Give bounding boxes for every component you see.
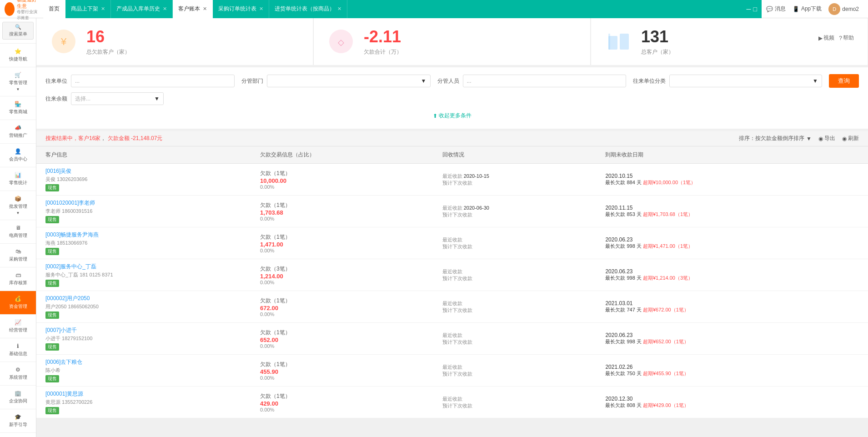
sidebar-item-batch-mgmt[interactable]: 📦 批发管理 ▼ — [0, 191, 36, 220]
customer-sub-info: 服务中心_丁磊 181 0125 8371 — [45, 271, 242, 278]
overdue-amount-link[interactable]: 超期¥429.00（1笔） — [643, 402, 689, 408]
table-body: [0016]吴俊 吴俊 13026203696 现售 欠款（1笔） 10,000… — [36, 164, 868, 418]
query-button[interactable]: 查询 — [829, 74, 859, 88]
customer-name-link[interactable]: [000002]用户2050 — [45, 295, 242, 302]
tab-product-off[interactable]: 商品上下架 ✕ — [65, 0, 111, 18]
tab-purchase-order[interactable]: 采购订单统计表 ✕ — [213, 0, 269, 18]
dept-dropdown[interactable]: ▼ — [267, 75, 431, 87]
customer-name-link[interactable]: [0003]畅捷服务尹海燕 — [45, 231, 242, 239]
stat-icon-debt-amount: ◇ — [327, 28, 355, 55]
sidebar-item-retail-store[interactable]: 🏪 零售商城 — [0, 96, 36, 120]
sidebar-item-system[interactable]: ⚙ 系统管理 — [0, 362, 36, 386]
col-debt-info: 欠款交易信息（占比） — [251, 146, 433, 164]
sort-selector[interactable]: 排序：按欠款金额倒序排序 ▼ — [739, 135, 812, 142]
stat-value-total: 131 — [641, 27, 674, 46]
overdue-amount-link[interactable]: 超期¥652.00（1笔） — [643, 339, 689, 344]
debt-ratio: 0.00% — [260, 407, 424, 412]
customer-name-link[interactable]: [000001]黄思源 — [45, 390, 242, 398]
debt-ratio: 0.00% — [260, 311, 424, 317]
close-icon[interactable]: ✕ — [203, 6, 207, 12]
minimize-icon[interactable]: ─ — [747, 5, 751, 13]
tab-incoming-stats[interactable]: 进货单统计表（按商品） ✕ — [269, 0, 347, 18]
overdue-date: 2020.12.30 — [605, 396, 859, 402]
unit-category-label: 往来单位分类 — [633, 77, 666, 85]
enterprise-icon: 🏢 — [15, 390, 21, 397]
view-btn[interactable]: ▶ 视频 — [818, 34, 834, 42]
overdue-days: 最长欠款 808 天 超期¥429.00（1笔） — [605, 402, 859, 409]
table-row[interactable]: [0003]畅捷服务尹海燕 海燕 18513066976 现售 欠款（1笔） 1… — [36, 227, 868, 259]
customer-name-link[interactable]: [0016]吴俊 — [45, 167, 242, 175]
collapse-btn[interactable]: ⬆ 收起更多条件 — [433, 112, 472, 120]
stat-label-debt-amount: 欠款合计（万） — [364, 48, 402, 56]
export-btn[interactable]: ◉ 导出 — [818, 135, 835, 142]
sidebar-item-member[interactable]: 👤 会员中心 — [0, 144, 36, 167]
overdue-amount-link[interactable]: 超期¥1,703.68（1笔） — [643, 211, 693, 217]
unit-category-dropdown[interactable]: ▼ — [669, 75, 822, 87]
sidebar-item-purchase[interactable]: 🛍 采购管理 — [0, 244, 36, 267]
refresh-btn[interactable]: ◉ 刷新 — [842, 135, 859, 142]
cell-debt-info: 欠款（1笔） 455.90 0.00% — [251, 355, 433, 387]
overdue-amount-link[interactable]: 超期¥1,214.00（3笔） — [643, 275, 693, 281]
customer-tag: 现售 — [45, 184, 59, 191]
sidebar-item-business[interactable]: 📈 经营管理 — [0, 315, 36, 338]
help-btn[interactable]: ? 帮助 — [839, 34, 854, 42]
table-row[interactable]: [000002]用户2050 用户2050 18665062050 现售 欠款（… — [36, 291, 868, 323]
table-row[interactable]: [000001]黄思源 黄思源 13552700226 现售 欠款（1笔） 42… — [36, 387, 868, 418]
sidebar-item-ecommerce[interactable]: 🖥 电商管理 — [0, 220, 36, 244]
table-row[interactable]: [0001020001]李老师 李老师 18600391516 现售 欠款（1笔… — [36, 196, 868, 227]
overdue-amount-link[interactable]: 超期¥672.00（1笔） — [643, 307, 689, 312]
star-icon: ⭐ — [15, 48, 21, 55]
customer-name-link[interactable]: [0007]小进千 — [45, 326, 242, 334]
table-row[interactable]: [0016]吴俊 吴俊 13026203696 现售 欠款（1笔） 10,000… — [36, 164, 868, 196]
message-btn[interactable]: 💬 消息 — [766, 5, 786, 13]
stat-value-area-2: -2.11 欠款合计（万） — [364, 27, 402, 56]
table-row[interactable]: [0002]服务中心_丁磊 服务中心_丁磊 181 0125 8371 现售 欠… — [36, 259, 868, 291]
tab-customer-account[interactable]: 客户账本 ✕ — [173, 0, 213, 18]
debt-count: 欠款（1笔） — [260, 201, 424, 209]
sidebar-item-app-center[interactable]: 📲 应用中心 — [0, 433, 36, 437]
sidebar-item-newbie[interactable]: 🎓 新手引导 — [0, 409, 36, 433]
overdue-days: 最长欠款 998 天 超期¥1,471.00（1笔） — [605, 243, 859, 250]
app-download-btn[interactable]: 📱 App下载 — [793, 5, 822, 13]
stat-icon-total — [605, 28, 632, 55]
results-actions: 排序：按欠款金额倒序排序 ▼ ◉ 导出 ◉ 刷新 — [739, 135, 859, 142]
sidebar-item-marketing[interactable]: 📣 营销推广 — [0, 120, 36, 144]
customer-debt-table: 客户信息 欠款交易信息（占比） 回收情况 到期未收款日期 [0016]吴俊 吴俊… — [36, 146, 868, 418]
filter-row-2: 往来余额 选择... ▼ — [45, 92, 859, 105]
table-row[interactable]: [0007]小进千 小进千 18279152100 现售 欠款（1笔） 652.… — [36, 323, 868, 355]
close-icon[interactable]: ✕ — [163, 6, 167, 12]
close-icon[interactable]: ✕ — [101, 6, 105, 12]
sidebar-item-inventory[interactable]: 🗃 库存核算 — [0, 267, 36, 291]
overdue-days: 最长欠款 884 天 超期¥10,000.00（1笔） — [605, 179, 859, 186]
overdue-amount-link[interactable]: 超期¥10,000.00（1笔） — [643, 180, 696, 185]
svg-text:◇: ◇ — [338, 38, 344, 47]
tab-home[interactable]: 首页 — [43, 0, 65, 18]
person-input[interactable]: ... — [463, 75, 627, 87]
cell-due-date: 2021.03.01 最长欠款 747 天 超期¥672.00（1笔） — [596, 291, 868, 323]
debt-ratio: 0.00% — [260, 280, 424, 285]
sidebar-item-finance[interactable]: 💰 资金管理 — [0, 291, 36, 315]
debt-amount-value: 1,471.00 — [260, 241, 424, 248]
close-icon[interactable]: ✕ — [337, 6, 341, 12]
overdue-amount-link[interactable]: 超期¥1,471.00（1笔） — [643, 243, 693, 249]
customer-name-link[interactable]: [0006]去下粮仓 — [45, 358, 242, 366]
search-menu-btn[interactable]: 🔍 搜索菜单 — [2, 22, 34, 40]
table-row[interactable]: [0006]去下粮仓 陈小希 现售 欠款（1笔） 455.90 0.00% 最近… — [36, 355, 868, 387]
tab-production[interactable]: 产成品入库单历史 ✕ — [111, 0, 173, 18]
stat-card-debt-customers: ¥ 16 总欠款客户（家） — [36, 18, 313, 65]
customer-name-link[interactable]: [0001020001]李老师 — [45, 199, 242, 207]
sidebar-item-retail-mgmt[interactable]: 🛒 零售管理 ▼ — [0, 67, 36, 96]
customer-name-link[interactable]: [0002]服务中心_丁磊 — [45, 263, 242, 271]
balance-dropdown[interactable]: 选择... ▼ — [71, 92, 164, 105]
sidebar-item-enterprise[interactable]: 🏢 企业协同 — [0, 386, 36, 409]
from-unit-input[interactable]: ... — [71, 75, 235, 87]
overdue-amount-link[interactable]: 超期¥455.90（1笔） — [643, 371, 689, 376]
sidebar-item-retail-stats[interactable]: 📊 零售统计 — [0, 167, 36, 191]
stats-icon: 📊 — [15, 172, 21, 178]
sidebar-item-basic-info[interactable]: ℹ 基础信息 — [0, 338, 36, 362]
sidebar-item-quick-nav[interactable]: ⭐ 快捷导航 — [0, 44, 36, 67]
user-avatar[interactable]: D demo2 — [828, 3, 859, 15]
customer-tag: 现售 — [45, 343, 59, 351]
close-icon[interactable]: ✕ — [259, 6, 263, 12]
maximize-icon[interactable]: □ — [753, 5, 757, 13]
